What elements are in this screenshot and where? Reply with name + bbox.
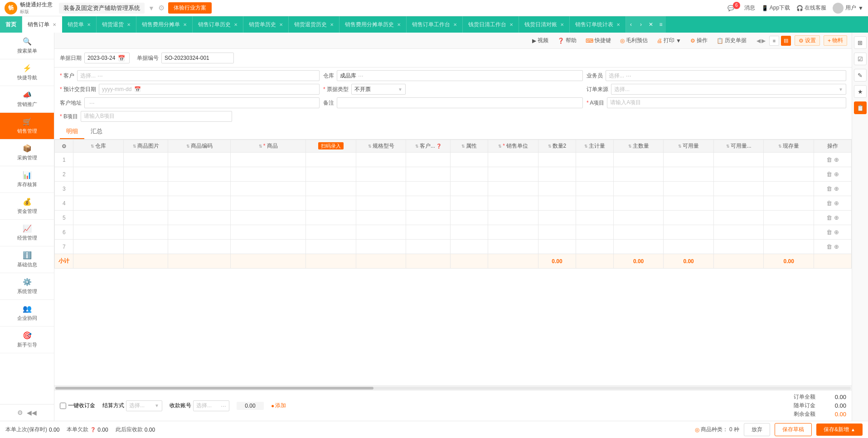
tab-order-workbench[interactable]: 销售订单工作台 ✕ (407, 16, 463, 33)
th-stock[interactable]: ⇅现存量 (764, 140, 814, 153)
tab-detail[interactable]: 明细 (60, 125, 84, 139)
cell-qty2-2[interactable] (538, 182, 576, 196)
scrollbar-track[interactable] (55, 387, 851, 390)
cell-product-0[interactable] (231, 153, 306, 167)
tab-close-return-history[interactable]: ✕ (330, 22, 334, 27)
cell-maincalc-5[interactable] (576, 225, 613, 240)
th-product[interactable]: ⇅商品 (231, 140, 306, 153)
cell-code-2[interactable] (168, 182, 231, 196)
cell-image-2[interactable] (124, 182, 168, 196)
th-avail2[interactable]: ⇅可用量... (713, 140, 764, 153)
tab-more-btn[interactable]: ≡ (656, 16, 666, 33)
cell-product-3[interactable] (231, 196, 306, 211)
cell-mainqty-0[interactable] (613, 153, 664, 167)
cell-stock-1[interactable] (764, 167, 814, 182)
cell-code-5[interactable] (168, 225, 231, 240)
system-dropdown-icon[interactable]: ▼ (148, 5, 155, 12)
save-draft-btn[interactable]: 保存草稿 (775, 423, 812, 436)
b-project-input[interactable]: 请输入B项目 (81, 111, 232, 122)
tab-close-order-history[interactable]: ✕ (234, 22, 238, 27)
save-new-btn[interactable]: 保存&新增 ▲ (816, 424, 863, 436)
cell-qty2-0[interactable] (538, 153, 576, 167)
data-table-wrapper[interactable]: ⚙ ⇅仓库 ⇅商品图片 ⇅商品编码 (54, 140, 852, 385)
staff-ellipsis[interactable]: ··· (626, 72, 631, 79)
add-material-btn[interactable]: + 物料 (824, 35, 847, 46)
cell-unit-0[interactable] (488, 153, 538, 167)
tab-close-goods-history[interactable]: ✕ (279, 22, 283, 27)
cell-avail-4[interactable] (664, 211, 714, 225)
cell-maincalc-1[interactable] (576, 167, 613, 182)
tab-fee-split[interactable]: 销售费用分摊单 ✕ (136, 16, 193, 33)
cell-avail2-5[interactable] (713, 225, 764, 240)
row-delete-btn-6[interactable]: 🗑 (826, 243, 832, 250)
cell-stock-6[interactable] (764, 240, 814, 254)
cell-unit-5[interactable] (488, 225, 538, 240)
user-area[interactable]: 用户 ▼ (833, 3, 863, 14)
cell-custcode-4[interactable] (406, 211, 451, 225)
product-count-link[interactable]: ◎ 商品种类： 0 种 (695, 426, 739, 433)
cell-spec-5[interactable] (356, 225, 406, 240)
cell-image-6[interactable] (124, 240, 168, 254)
cell-image-1[interactable] (124, 167, 168, 182)
row-copy-btn-6[interactable]: ⊕ (834, 243, 839, 250)
sidebar-item-purchase[interactable]: 📦 采购管理 (0, 140, 54, 166)
cell-avail2-4[interactable] (713, 211, 764, 225)
customer-input[interactable]: 选择... ··· (77, 70, 320, 81)
cell-stock-3[interactable] (764, 196, 814, 211)
cell-avail-2[interactable] (664, 182, 714, 196)
tab-close-fee-history[interactable]: ✕ (397, 22, 401, 27)
cell-avail2-6[interactable] (713, 240, 764, 254)
right-panel-btn-2[interactable]: ☑ (854, 53, 867, 65)
tab-return-history[interactable]: 销货退货历史 ✕ (289, 16, 339, 33)
sidebar-item-guide[interactable]: 🎯 新手引导 (0, 327, 54, 353)
cell-image-5[interactable] (124, 225, 168, 240)
cell-attr-1[interactable] (451, 167, 488, 182)
cell-warehouse-2[interactable] (73, 182, 124, 196)
cell-attr-3[interactable] (451, 196, 488, 211)
cell-qty2-3[interactable] (538, 196, 576, 211)
warehouse-input[interactable]: 成品库 ··· (337, 70, 583, 81)
tab-next-btn[interactable]: › (636, 16, 646, 33)
row-copy-btn-5[interactable]: ⊕ (834, 229, 839, 236)
cell-custcode-5[interactable] (406, 225, 451, 240)
cell-attr-5[interactable] (451, 225, 488, 240)
cell-maincalc-2[interactable] (576, 182, 613, 196)
th-warehouse[interactable]: ⇅仓库 (73, 140, 124, 153)
cell-product-2[interactable] (231, 182, 306, 196)
cell-code-0[interactable] (168, 153, 231, 167)
cell-avail-0[interactable] (664, 153, 714, 167)
save-new-dropdown-icon[interactable]: ▲ (851, 427, 855, 432)
tab-close-order-workbench[interactable]: ✕ (453, 22, 457, 27)
sidebar-item-inventory[interactable]: 📊 库存核算 (0, 166, 54, 193)
warehouse-ellipsis[interactable]: ··· (358, 72, 364, 79)
cell-product-6[interactable] (231, 240, 306, 254)
cell-image-0[interactable] (124, 153, 168, 167)
cell-spec-3[interactable] (356, 196, 406, 211)
cell-warehouse-0[interactable] (73, 153, 124, 167)
delivery-calendar-icon[interactable]: 📅 (134, 86, 141, 92)
add-payment-btn[interactable]: ● 添加 (271, 402, 286, 409)
grid-view-btn[interactable]: ≡ (769, 36, 779, 46)
staff-input[interactable]: 选择... ··· (606, 70, 846, 81)
tab-sales-order[interactable]: 销售订单 ✕ (22, 16, 62, 33)
cell-spec-2[interactable] (356, 182, 406, 196)
tab-fee-history[interactable]: 销售费用分摊单历史 ✕ (339, 16, 407, 33)
note-input[interactable] (337, 97, 583, 108)
horizontal-scrollbar[interactable] (54, 385, 852, 390)
tab-order-stats[interactable]: 销售订单统计表 ✕ (570, 16, 626, 33)
tab-close-fee-split[interactable]: ✕ (183, 22, 187, 27)
prev-record-btn[interactable]: ◀ (756, 38, 761, 44)
row-copy-btn-0[interactable]: ⊕ (834, 156, 839, 163)
cell-unit-3[interactable] (488, 196, 538, 211)
sidebar-item-quicknav[interactable]: ⚡ 快捷导航 (0, 59, 54, 86)
cell-mainqty-3[interactable] (613, 196, 664, 211)
code-input[interactable]: SO-20230324-001 (161, 53, 234, 63)
cell-maincalc-4[interactable] (576, 211, 613, 225)
customer-addr-input[interactable]: ··· (84, 97, 320, 108)
th-question-icon[interactable]: ❓ (436, 144, 441, 149)
cell-warehouse-1[interactable] (73, 167, 124, 182)
auto-settle-checkbox[interactable] (60, 403, 66, 409)
next-record-btn[interactable]: ▶ (761, 38, 766, 44)
cell-product-1[interactable] (231, 167, 306, 182)
preview-btn[interactable]: ▶ 视频 (529, 36, 551, 45)
